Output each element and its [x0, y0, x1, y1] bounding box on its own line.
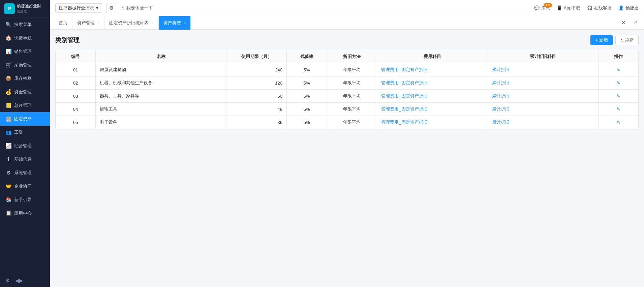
expense-link-3[interactable]: 管理费用_固定资产折旧 — [381, 106, 427, 111]
tab-asset-type[interactable]: 资产类型 × — [159, 16, 191, 30]
cell-method-3: 年限平均 — [327, 103, 377, 116]
topbar: 医疗器械行业演示 ▾ ⚙ ○ 我要体验一下 💬 消息 99+ 📱 App下载 🎧… — [50, 0, 644, 16]
basic-info-icon: ℹ — [5, 156, 11, 162]
gear-button[interactable]: ⚙ — [106, 3, 116, 13]
sidebar-scroll: 🔍 搜索菜单 🏠 快捷导航 📊 销售管理 🛒 采购管理 📦 库存核算 💰 资金管… — [0, 18, 50, 274]
expense-link-4[interactable]: 管理费用_固定资产折旧 — [381, 120, 427, 125]
accum-link-4[interactable]: 累计折旧 — [492, 120, 510, 125]
customer-service-icon: 🎧 — [587, 5, 592, 10]
cell-expense-2: 管理费用_固定资产折旧 — [377, 90, 488, 103]
app-download-btn[interactable]: 📱 App下载 — [557, 5, 580, 11]
col-header-num: 编号 — [56, 50, 96, 63]
col-header-period: 使用期限（月） — [226, 50, 287, 63]
table-body: 01 房屋及建筑物 240 5% 年限平均 管理费用_固定资产折旧 累计折旧 ✎… — [56, 63, 639, 129]
user-avatar-icon: 👤 — [618, 5, 624, 10]
tab-fixed-asset-table[interactable]: 固定资产折旧统计表 × — [104, 16, 158, 30]
restore-tab-action[interactable]: ⤢ — [631, 18, 640, 28]
tab-asset-mgmt-close[interactable]: × — [97, 21, 99, 25]
logo-icon: 好 — [4, 3, 15, 14]
user-profile-btn[interactable]: 👤 畅捷通 — [618, 5, 639, 11]
finance-icon: 💰 — [5, 89, 11, 95]
sidebar-footer: ⚙ ◀▶ — [0, 274, 50, 287]
sidebar-item-app-center[interactable]: 🔲 应用中心 — [0, 206, 50, 220]
sidebar-item-purchase[interactable]: 🛒 采购管理 — [0, 58, 50, 72]
guide-icon: 📚 — [5, 197, 11, 203]
accum-link-2[interactable]: 累计折旧 — [492, 93, 510, 98]
tab-asset-mgmt-label: 资产管理 — [77, 20, 95, 26]
cell-expense-4: 管理费用_固定资产折旧 — [377, 116, 488, 129]
sidebar-item-cooperation[interactable]: 🤝 企业协同 — [0, 180, 50, 193]
edit-btn-2[interactable]: ✎ — [616, 93, 620, 99]
sidebar-item-system[interactable]: ⚙ 系统管理 — [0, 166, 50, 180]
operations-label: 经营管理 — [14, 143, 32, 149]
sidebar-item-finance[interactable]: 💰 资金管理 — [0, 85, 50, 99]
sales-label: 销售管理 — [14, 49, 32, 55]
customer-service-btn[interactable]: 🎧 在线客服 — [587, 5, 612, 11]
tab-asset-mgmt[interactable]: 资产管理 × — [72, 16, 104, 30]
cell-action-3: ✎ — [598, 103, 638, 116]
close-tab-action[interactable]: ✕ — [618, 18, 628, 28]
messages-btn[interactable]: 💬 消息 99+ — [534, 5, 550, 11]
plus-icon: + — [595, 38, 598, 43]
edit-btn-0[interactable]: ✎ — [616, 67, 620, 72]
expense-link-0[interactable]: 管理费用_固定资产折旧 — [381, 67, 427, 72]
tab-asset-type-close[interactable]: × — [184, 21, 186, 25]
cell-action-0: ✎ — [598, 63, 638, 76]
tab-fixed-asset-table-close[interactable]: × — [151, 21, 153, 25]
cell-id-0: 01 — [56, 63, 96, 76]
sidebar-item-guide[interactable]: 📚 新手引导 — [0, 193, 50, 206]
search-label: 搜索菜单 — [14, 22, 32, 28]
category-table: 编号 名称 使用期限（月） 残值率 折旧方法 费用科目 累计折旧科目 操作 01… — [55, 50, 639, 129]
expense-link-2[interactable]: 管理费用_固定资产折旧 — [381, 93, 427, 98]
refresh-button[interactable]: ↻ 刷新 — [615, 35, 639, 45]
sidebar-item-operations[interactable]: 📈 经营管理 — [0, 139, 50, 153]
company-selector[interactable]: 医疗器械行业演示 ▾ — [55, 3, 102, 13]
sidebar-item-sales[interactable]: 📊 销售管理 — [0, 45, 50, 58]
col-header-expense: 费用科目 — [377, 50, 488, 63]
col-header-residual: 残值率 — [287, 50, 327, 63]
collapse-icon[interactable]: ◀▶ — [15, 278, 23, 284]
app-download-icon: 📱 — [557, 5, 562, 10]
cell-residual-4: 5% — [287, 116, 327, 129]
settings-footer-icon[interactable]: ⚙ — [5, 278, 10, 284]
cell-name-0: 房屋及建筑物 — [96, 63, 226, 76]
accum-link-0[interactable]: 累计折旧 — [492, 67, 510, 72]
sidebar-item-ledger[interactable]: 📒 总账管理 — [0, 99, 50, 112]
cell-accum-1: 累计折旧 — [488, 76, 598, 90]
accum-link-1[interactable]: 累计折旧 — [492, 80, 510, 85]
sidebar-item-salary[interactable]: 👥 工资 — [0, 126, 50, 139]
expense-link-1[interactable]: 管理费用_固定资产折旧 — [381, 80, 427, 85]
cell-accum-0: 累计折旧 — [488, 63, 598, 76]
app-center-icon: 🔲 — [5, 210, 11, 216]
experience-btn[interactable]: ○ 我要体验一下 — [122, 5, 153, 11]
refresh-icon: ↻ — [620, 38, 624, 43]
tab-home[interactable]: 首页 — [54, 16, 72, 30]
tabbar-actions: ✕ ⤢ — [618, 18, 640, 28]
cell-id-1: 02 — [56, 76, 96, 90]
accum-link-3[interactable]: 累计折旧 — [492, 106, 510, 111]
cell-residual-3: 5% — [287, 103, 327, 116]
cell-expense-1: 管理费用_固定资产折旧 — [377, 76, 488, 90]
salary-icon: 👥 — [5, 129, 11, 135]
sidebar-item-search[interactable]: 🔍 搜索菜单 — [0, 18, 50, 31]
cell-method-1: 年限平均 — [327, 76, 377, 90]
cell-method-4: 年限平均 — [327, 116, 377, 129]
sidebar-item-inventory[interactable]: 📦 库存核算 — [0, 72, 50, 85]
chevron-down-icon: ▾ — [96, 5, 98, 10]
page-actions: + 新增 ↻ 刷新 — [590, 35, 639, 45]
purchase-icon: 🛒 — [5, 62, 11, 68]
edit-btn-4[interactable]: ✎ — [616, 120, 620, 125]
edit-btn-3[interactable]: ✎ — [616, 106, 620, 112]
company-label: 医疗器械行业演示 — [59, 5, 94, 11]
new-label: 新增 — [599, 37, 608, 43]
cell-period-4: 36 — [226, 116, 287, 129]
cell-action-2: ✎ — [598, 90, 638, 103]
sidebar-item-basic-info[interactable]: ℹ 基础信息 — [0, 153, 50, 166]
cell-id-3: 04 — [56, 103, 96, 116]
cell-accum-4: 累计折旧 — [488, 116, 598, 129]
sidebar-item-quick-nav[interactable]: 🏠 快捷导航 — [0, 31, 50, 45]
cell-residual-2: 5% — [287, 90, 327, 103]
sidebar-item-fixed-assets[interactable]: 🏢 固定资产 — [0, 112, 50, 126]
edit-btn-1[interactable]: ✎ — [616, 80, 620, 86]
new-button[interactable]: + 新增 — [590, 35, 613, 45]
